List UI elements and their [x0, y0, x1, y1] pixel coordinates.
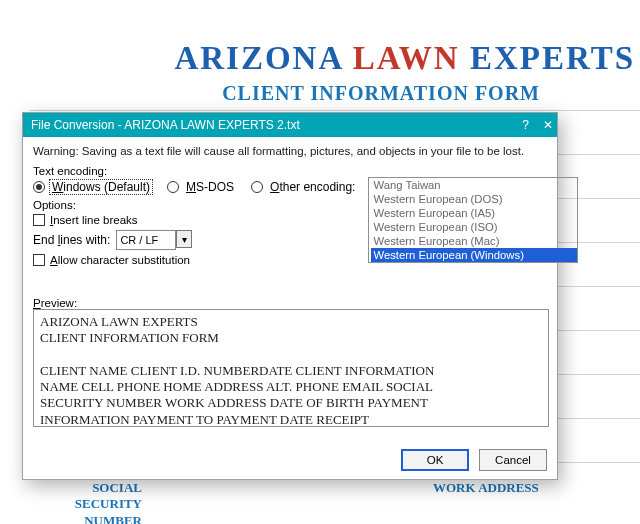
radio-other-circle[interactable] — [251, 181, 263, 193]
radio-windows-label: Windows (Default) — [49, 179, 153, 195]
radio-windows[interactable]: Windows (Default) — [33, 179, 153, 195]
encoding-option[interactable]: Western European (ISO) — [371, 220, 577, 234]
preview-label: Preview: — [33, 297, 547, 309]
radio-msdos-circle[interactable] — [167, 181, 179, 193]
encoding-option[interactable]: Western European (DOS) — [371, 192, 577, 206]
label-ssn-l2: SECURITY — [30, 496, 142, 512]
label-work-address: WORK ADDRESS — [433, 480, 583, 524]
radio-other-label: Other encoding: — [267, 179, 358, 195]
text-encoding-label: Text encoding: — [33, 165, 547, 177]
doc-subtitle: CLIENT INFORMATION FORM — [222, 82, 540, 105]
label-ssn-l3: NUMBER — [30, 513, 142, 525]
checkbox-icon[interactable] — [33, 214, 45, 226]
preview-line: NAME CELL PHONE HOME ADDRESS ALT. PHONE … — [40, 379, 542, 395]
form-footer: SOCIAL SECURITY NUMBER WORK ADDRESS — [30, 480, 630, 524]
dialog-title-text: File Conversion - ARIZONA LAWN EXPERTS 2… — [31, 118, 300, 132]
options-label: Options: — [33, 199, 358, 211]
encoding-option[interactable]: Wang Taiwan — [371, 178, 577, 192]
end-lines-with-row: End lines with: CR / LF ▾ — [33, 230, 358, 250]
ok-button[interactable]: OK — [401, 449, 469, 471]
doc-title-seg2: LAWN — [353, 40, 460, 76]
preview-line: SECURITY NUMBER WORK ADDRESS DATE OF BIR… — [40, 395, 542, 411]
preview-line: ARIZONA LAWN EXPERTS — [40, 314, 542, 330]
end-lines-combo[interactable]: CR / LF — [116, 230, 176, 250]
encoding-option[interactable]: Western European (Mac) — [371, 234, 577, 248]
dialog-body: Warning: Saving as a text file will caus… — [23, 137, 557, 435]
checkbox-icon[interactable] — [33, 254, 45, 266]
radio-msdos-label: MS-DOS — [183, 179, 237, 195]
dialog-buttons: OK Cancel — [401, 449, 547, 471]
cb-allow-sub-label: Allow character substitution — [50, 254, 190, 266]
chevron-down-icon[interactable]: ▾ — [176, 230, 192, 248]
preview-line: INFORMATION PAYMENT TO PAYMENT DATE RECE… — [40, 412, 542, 428]
preview-line: CLIENT INFORMATION FORM — [40, 330, 542, 346]
encoding-listbox[interactable]: Wang TaiwanWestern European (DOS)Western… — [368, 177, 578, 263]
help-button[interactable]: ? — [522, 118, 529, 132]
cancel-button[interactable]: Cancel — [479, 449, 547, 471]
end-lines-with-label: End lines with: — [33, 233, 110, 247]
label-ssn: SOCIAL SECURITY NUMBER — [30, 480, 150, 524]
cb-insert-line-breaks[interactable]: Insert line breaks — [33, 214, 358, 226]
preview-line: CLIENT NAME CLIENT I.D. NUMBERDATE CLIEN… — [40, 363, 542, 379]
radio-msdos[interactable]: MS-DOS — [167, 179, 237, 195]
preview-textbox[interactable]: ARIZONA LAWN EXPERTSCLIENT INFORMATION F… — [33, 309, 549, 427]
radio-windows-circle[interactable] — [33, 181, 45, 193]
label-ssn-l1: SOCIAL — [30, 480, 142, 496]
encoding-option[interactable]: Western European (IA5) — [371, 206, 577, 220]
preview-line — [40, 347, 542, 363]
doc-title-seg3: EXPERTS — [460, 40, 635, 76]
cb-allow-sub[interactable]: Allow character substitution — [33, 254, 358, 266]
warning-text: Warning: Saving as a text file will caus… — [33, 143, 547, 163]
file-conversion-dialog: File Conversion - ARIZONA LAWN EXPERTS 2… — [22, 112, 558, 480]
doc-title-seg1: ARIZONA — [174, 40, 352, 76]
end-lines-value: CR / LF — [120, 234, 158, 246]
dialog-titlebar[interactable]: File Conversion - ARIZONA LAWN EXPERTS 2… — [23, 113, 557, 137]
encoding-radio-row: Windows (Default) MS-DOS Other encoding: — [33, 179, 358, 195]
encoding-option[interactable]: Western European (Windows) — [371, 248, 577, 262]
radio-other[interactable]: Other encoding: — [251, 179, 358, 195]
doc-title: ARIZONA LAWN EXPERTS — [174, 40, 635, 77]
close-button[interactable]: ✕ — [543, 118, 553, 132]
cb-insert-line-breaks-label: Insert line breaks — [50, 214, 138, 226]
